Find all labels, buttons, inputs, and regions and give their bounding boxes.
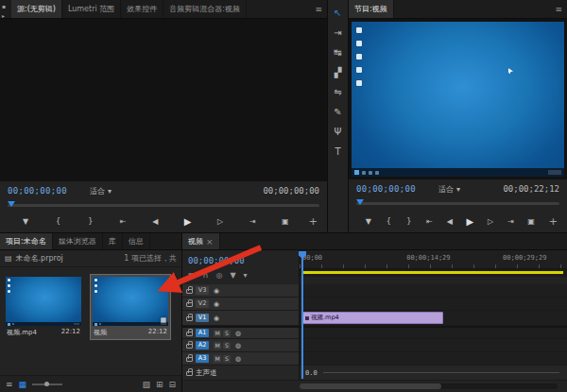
lock-icon[interactable] <box>186 289 193 294</box>
timeline-horizontal-scrollbar[interactable] <box>300 383 558 389</box>
tab-audio-clip-mixer[interactable]: 音频剪辑混合器:视频 <box>163 0 247 18</box>
project-item-thumbnail[interactable] <box>6 277 81 326</box>
ripple-edit-tool[interactable]: ↹ <box>334 47 341 58</box>
timeline-settings-button[interactable]: ▾ <box>244 271 248 280</box>
project-item-name[interactable]: 视频.mp4 <box>7 328 37 337</box>
mic-icon[interactable]: ◍ <box>235 330 241 337</box>
clear-button[interactable]: ⊟ <box>168 380 176 389</box>
add-marker-button[interactable]: ▼ <box>230 271 235 280</box>
thumbnail-zoom-slider[interactable] <box>32 383 62 385</box>
export-frame-button[interactable]: ▣ <box>269 217 301 226</box>
track-a2-lane[interactable] <box>300 339 567 351</box>
playhead-caret-icon[interactable] <box>356 199 364 205</box>
master-level-value[interactable]: 0.0 <box>305 369 318 377</box>
track-master-header[interactable]: 主声道 <box>182 366 300 380</box>
tab-sequence[interactable]: 视频 × <box>182 233 220 249</box>
lock-icon[interactable] <box>186 357 193 362</box>
program-zoom-select[interactable]: 适合 ▾ <box>438 184 460 195</box>
lock-icon[interactable] <box>186 344 193 349</box>
tab-source[interactable]: 源:(无剪辑) <box>11 0 62 18</box>
step-back-button[interactable]: ◀ <box>439 217 460 226</box>
mark-in-button[interactable]: { <box>42 217 74 226</box>
razor-tool[interactable]: ▞ <box>335 67 342 77</box>
tab-info[interactable]: 信息 <box>123 233 150 249</box>
program-timecode[interactable]: 00;00;00;00 <box>356 184 416 194</box>
export-frame-button[interactable]: ▣ <box>521 217 541 226</box>
track-a1-lane[interactable] <box>300 328 567 338</box>
play-button[interactable]: ▶ <box>460 216 481 227</box>
button-editor-plus-button[interactable]: + <box>301 215 318 228</box>
lock-icon[interactable] <box>186 316 193 321</box>
track-master-lane[interactable]: 0.0 <box>300 366 567 380</box>
solo-button[interactable]: S <box>223 355 231 363</box>
source-zoom-select[interactable]: 适合 ▾ <box>90 186 112 196</box>
play-button[interactable]: ▶ <box>172 216 204 227</box>
project-item-name[interactable]: 视频 <box>94 328 107 337</box>
solo-button[interactable]: S <box>223 330 231 337</box>
tab-libraries[interactable]: 库 <box>103 233 123 249</box>
eye-icon[interactable]: ◉ <box>214 300 219 308</box>
track-v3-header[interactable]: V3 ◉ <box>182 284 300 297</box>
go-to-in-button[interactable]: ⇤ <box>107 217 139 226</box>
mark-out-button[interactable]: } <box>75 217 107 226</box>
add-marker-button[interactable]: ▼ <box>358 217 379 226</box>
lock-icon[interactable] <box>186 332 193 336</box>
go-to-out-button[interactable]: ⇥ <box>236 217 268 226</box>
slip-tool[interactable]: ⇋ <box>334 87 341 97</box>
mute-button[interactable]: M <box>214 342 221 349</box>
go-to-out-button[interactable]: ⇥ <box>501 217 522 226</box>
tab-media-browser[interactable]: 媒体浏览器 <box>53 233 103 249</box>
source-scrubber[interactable] <box>8 201 319 209</box>
project-item-video-mp4[interactable]: 视频.mp4 22:12 <box>4 275 83 339</box>
eye-icon[interactable]: ◉ <box>214 287 219 295</box>
timeline-ruler[interactable]: 00;00 00;00;14;29 00;00;29;29 <box>300 250 567 269</box>
lock-icon[interactable] <box>186 371 193 376</box>
linked-selection-toggle[interactable]: ◎ <box>215 271 222 280</box>
tab-lumetri-scopes[interactable]: Lumetri 范围 <box>62 0 121 18</box>
mute-button[interactable]: M <box>214 355 221 363</box>
track-a3-lane[interactable] <box>300 352 567 365</box>
timeline-clip-video-mp4[interactable]: 视频.mp4 <box>301 312 443 324</box>
tab-program[interactable]: 节目:视频 <box>349 0 394 18</box>
snap-toggle-button[interactable]: ∩ <box>203 271 209 280</box>
track-v2-lane[interactable] <box>300 298 567 310</box>
track-a2-badge[interactable]: A2 <box>196 341 209 349</box>
step-forward-button[interactable]: ▷ <box>204 217 236 226</box>
tab-project[interactable]: 项目:未命名 <box>0 233 53 249</box>
track-a1-badge[interactable]: A1 <box>196 329 209 337</box>
type-tool[interactable]: T <box>335 146 340 157</box>
work-area-bar[interactable] <box>301 271 563 274</box>
mark-in-button[interactable]: { <box>379 217 400 226</box>
mute-button[interactable]: M <box>214 330 221 337</box>
track-v3-lane[interactable] <box>300 284 567 297</box>
breadcrumb[interactable]: 未命名.prproj <box>16 253 63 264</box>
solo-button[interactable]: S <box>223 342 231 349</box>
add-marker-button[interactable]: ▼ <box>9 217 42 226</box>
step-back-button[interactable]: ◀ <box>139 217 171 226</box>
track-v3-badge[interactable]: V3 <box>196 286 209 295</box>
lock-icon[interactable] <box>186 302 193 307</box>
project-item-thumbnail[interactable]: ▦ <box>93 277 168 326</box>
new-item-button[interactable]: ⊞ <box>156 380 163 389</box>
source-viewer[interactable] <box>0 19 327 181</box>
mic-icon[interactable]: ◍ <box>235 355 241 363</box>
scrubber-track[interactable] <box>356 202 559 205</box>
track-v1-badge[interactable]: V1 <box>196 314 209 322</box>
pen-tool[interactable]: ✎ <box>334 107 341 117</box>
list-view-button[interactable]: ≡ <box>6 380 13 389</box>
mic-icon[interactable]: ◍ <box>235 342 241 349</box>
panel-menu-icon[interactable]: ≡ <box>310 0 327 18</box>
go-to-in-button[interactable]: ⇤ <box>420 217 440 226</box>
icon-view-button[interactable]: ▦ <box>19 380 27 389</box>
track-a2-header[interactable]: A2 M S ◍ <box>182 339 300 351</box>
step-forward-button[interactable]: ▷ <box>480 217 501 226</box>
program-scrubber[interactable] <box>356 199 559 207</box>
playhead-caret-icon[interactable] <box>8 201 15 207</box>
eye-icon[interactable]: ◉ <box>214 315 219 322</box>
track-a3-badge[interactable]: A3 <box>196 354 209 363</box>
scrubber-track[interactable] <box>8 204 319 207</box>
project-item-sequence[interactable]: ▦ 视频 22:12 <box>91 275 170 339</box>
track-v2-badge[interactable]: V2 <box>196 299 209 308</box>
track-v2-header[interactable]: V2 ◉ <box>182 298 300 310</box>
track-a3-header[interactable]: A3 M S ◍ <box>182 352 300 365</box>
